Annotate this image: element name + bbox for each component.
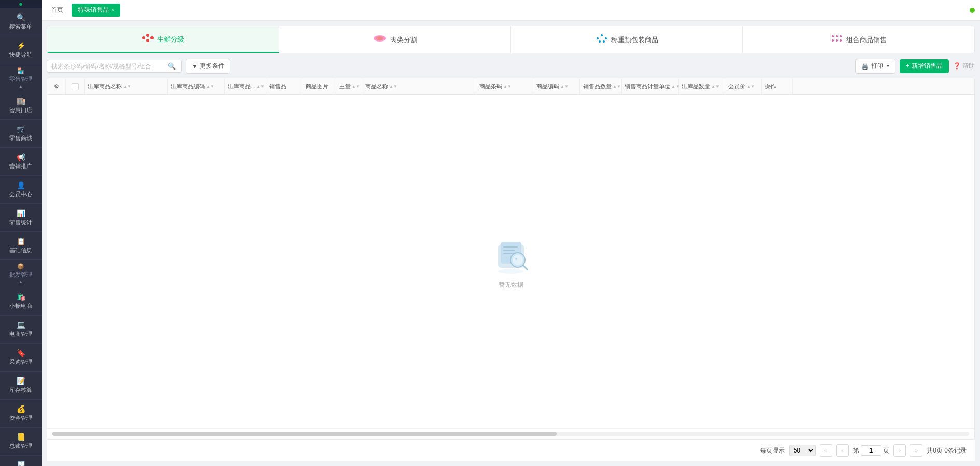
sort-icon[interactable]: ▲▼ [503,85,512,89]
th-out-name: 出库商品名称 ▲▼ [85,78,168,94]
sidebar-item-quick-nav[interactable]: ⚡ 快捷导航 [0,36,42,64]
sidebar-item-retail-mall[interactable]: 🛒 零售商城 [0,120,42,148]
search-input[interactable] [51,63,165,70]
sidebar-item-member-center[interactable]: 👤 会员中心 [0,176,42,204]
th-check[interactable] [66,78,85,94]
sidebar-item-label: 小畅电商 [9,302,32,310]
th-out-spec: 出库商品... ▲▼ [225,78,266,94]
svg-point-2 [150,36,154,39]
sidebar-item-sales-promo[interactable]: 📢 营销推广 [0,148,42,176]
cat-tab-meat-cut[interactable]: 肉类分割 [279,26,511,53]
svg-point-0 [142,36,145,39]
tab-close-icon[interactable]: × [111,7,114,13]
help-label: 帮助 [962,62,975,70]
cat-tab-weigh-pack[interactable]: 称重预包装商品 [511,26,743,53]
sidebar-item-inventory[interactable]: 📝 库存核算 [0,372,42,400]
cat-tab-combo-sales[interactable]: 组合商品销售 [743,26,974,53]
invoice-icon: 🧾 [17,461,25,466]
th-label: 销售品 [269,83,286,90]
print-button[interactable]: 🖨️ 打印 ▼ [855,59,895,74]
sort-icon[interactable]: ▲▼ [613,85,621,89]
th-label: 销售品数量 [583,83,612,90]
sidebar-item-label: 营销推广 [9,162,32,170]
th-gear[interactable]: ⚙ [47,78,66,94]
prev-page-button[interactable]: ‹ [836,444,849,457]
svg-point-24 [513,255,523,265]
sidebar-item-label: 零售商城 [9,134,32,142]
special-sales-tab[interactable]: 特殊销售品 × [72,4,120,17]
select-all-checkbox[interactable] [72,83,79,90]
cat-tab-label: 肉类分割 [390,35,417,45]
filter-icon: ▼ [191,63,198,70]
sidebar-item-purchase[interactable]: 🔖 采购管理 [0,344,42,372]
quick-nav-icon: ⚡ [17,42,25,50]
table-body-empty: 暂无数据 [47,95,974,428]
sidebar-item-micro-store[interactable]: 🛍️ 小畅电商 [0,287,42,316]
sort-icon[interactable]: ▲▼ [206,85,214,89]
th-label: 销售商品计量单位 [625,83,670,90]
help-icon: ❓ [953,62,961,70]
svg-rect-21 [503,250,515,251]
help-button[interactable]: ❓ 帮助 [953,62,975,71]
first-page-button[interactable]: « [820,444,832,457]
th-sell-unit: 销售商品计量单位 ▲▼ [622,78,679,94]
next-page-button[interactable]: › [893,444,906,457]
sort-icon[interactable]: ▲▼ [711,85,720,89]
topbar: 首页 特殊销售品 × [42,0,980,21]
sidebar-item-finance[interactable]: 💰 资金管理 [0,400,42,428]
sidebar-item-ecom-mgmt[interactable]: 💻 电商管理 [0,316,42,344]
horizontal-scrollbar-thumb[interactable] [52,432,557,436]
th-main: 主量 ▲▼ [336,78,362,94]
sort-icon[interactable]: ▲▼ [123,85,131,89]
th-sell-qty: 销售品数量 ▲▼ [580,78,622,94]
horizontal-scrollbar-track[interactable] [52,432,969,436]
filter-button[interactable]: ▼ 更多条件 [186,59,230,74]
last-page-button[interactable]: » [910,444,922,457]
sort-icon[interactable]: ▲▼ [389,85,397,89]
th-label: 会员价 [728,83,746,90]
svg-point-5 [376,36,383,40]
cat-tab-label: 称重预包装商品 [611,35,658,45]
home-tab[interactable]: 首页 [47,4,67,17]
svg-point-12 [836,35,838,37]
sort-icon[interactable]: ▲▼ [560,85,569,89]
th-label: 商品条码 [479,83,502,90]
th-label: 商品名称 [365,83,388,90]
retail-stats-icon: 📊 [17,209,25,217]
sidebar-item-basic-info[interactable]: 📋 基础信息 [0,232,42,260]
th-goods-code: 商品编码 ▲▼ [533,78,580,94]
sidebar-item-label: 智慧门店 [9,106,32,114]
sidebar-item-search-menu[interactable]: 🔍 搜索菜单 [0,8,42,36]
sort-icon[interactable]: ▲▼ [747,85,755,89]
column-settings-icon[interactable]: ⚙ [54,83,59,90]
add-button[interactable]: + 新增销售品 [900,59,948,73]
weigh-pack-icon [596,33,608,46]
svg-point-13 [840,35,842,37]
per-page-label: 每页显示 [760,446,785,455]
search-icon[interactable]: 🔍 [168,62,176,70]
sidebar-item-smart-store[interactable]: 🏬 智慧门店 [0,92,42,120]
sort-icon[interactable]: ▲▼ [352,85,360,89]
th-label: 操作 [765,83,776,90]
sort-icon[interactable]: ▲▼ [256,85,265,89]
cat-tab-fresh-grade[interactable]: 生鲜分级 [47,26,279,53]
sidebar-item-label: 零售统计 [9,218,32,226]
search-menu-icon: 🔍 [17,13,25,22]
wholesale-icon: 📦 [17,263,24,270]
sidebar-item-invoice[interactable]: 🧾 发票管理 [0,456,42,466]
th-label: 出库商品编码 [171,83,205,90]
th-label: 出库商品... [228,83,255,90]
empty-illustration-svg [488,234,534,276]
sidebar-item-retail-mgmt[interactable]: 🏪 零售管理 [0,64,42,92]
th-goods-name: 商品名称 ▲▼ [362,78,476,94]
page-input[interactable] [861,445,881,456]
print-label: 打印 [871,62,884,71]
sidebar-item-wholesale-mgmt[interactable]: 📦 批发管理 [0,260,42,287]
sidebar-item-label: 总账管理 [9,442,32,450]
svg-point-16 [840,39,842,42]
sidebar-item-general-ledger[interactable]: 📒 总账管理 [0,428,42,456]
app-logo: ● [0,0,42,8]
th-label: 出库商品名称 [88,83,122,90]
sidebar-item-retail-stats[interactable]: 📊 零售统计 [0,204,42,232]
per-page-select[interactable]: 50 10 20 100 [789,445,816,456]
